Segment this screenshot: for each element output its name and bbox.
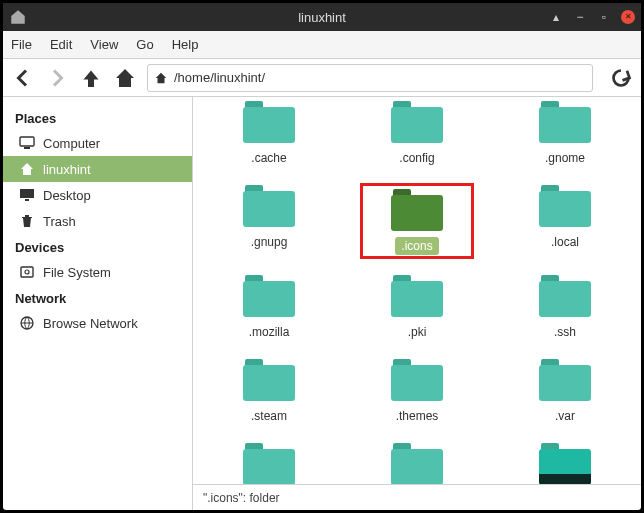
svg-rect-3 bbox=[25, 199, 29, 201]
minimize-button[interactable]: − bbox=[573, 10, 587, 24]
svg-rect-4 bbox=[21, 267, 33, 277]
sidebar-header-network: Network bbox=[3, 285, 192, 310]
desktop-icon bbox=[19, 187, 35, 203]
folder-label: .themes bbox=[390, 407, 445, 425]
trash-icon bbox=[19, 213, 35, 229]
folder-icon bbox=[539, 359, 591, 401]
close-button[interactable] bbox=[621, 10, 635, 24]
sidebar-item-label: File System bbox=[43, 265, 111, 280]
folder-item[interactable]: .gnupg bbox=[214, 185, 324, 257]
home-button[interactable] bbox=[113, 66, 137, 90]
folder-item[interactable]: .var bbox=[510, 359, 620, 425]
path-home-icon bbox=[154, 71, 168, 85]
menu-file[interactable]: File bbox=[11, 37, 32, 52]
folder-icon bbox=[243, 185, 295, 227]
icon-view[interactable]: .cache.config.gnome.gnupg.icons.local.mo… bbox=[193, 97, 641, 484]
sidebar-item-trash[interactable]: Trash bbox=[3, 208, 192, 234]
reload-button[interactable] bbox=[609, 66, 633, 90]
status-bar: ".icons": folder bbox=[193, 484, 641, 510]
folder-item[interactable]: .mozilla bbox=[214, 275, 324, 341]
folder-item[interactable]: .local bbox=[510, 185, 620, 257]
folder-icon bbox=[243, 101, 295, 143]
folder-label: .ssh bbox=[548, 323, 582, 341]
up-button[interactable] bbox=[79, 66, 103, 90]
folder-item[interactable]: .vscode bbox=[214, 443, 324, 484]
folder-item[interactable]: .icons bbox=[362, 185, 472, 257]
folder-icon bbox=[539, 185, 591, 227]
home-icon bbox=[19, 161, 35, 177]
back-button[interactable] bbox=[11, 66, 35, 90]
sidebar: Places ComputerlinuxhintDesktopTrash Dev… bbox=[3, 97, 193, 510]
status-text: ".icons": folder bbox=[203, 491, 280, 505]
folder-item[interactable]: .themes bbox=[362, 359, 472, 425]
folder-icon bbox=[539, 101, 591, 143]
sidebar-item-label: linuxhint bbox=[43, 162, 91, 177]
path-bar[interactable]: /home/linuxhint/ bbox=[147, 64, 593, 92]
sidebar-item-browse-network[interactable]: Browse Network bbox=[3, 310, 192, 336]
folder-label: .steam bbox=[245, 407, 293, 425]
sidebar-header-places: Places bbox=[3, 105, 192, 130]
folder-icon bbox=[243, 275, 295, 317]
folder-label: .config bbox=[393, 149, 440, 167]
folder-item[interactable]: Desktop bbox=[510, 443, 620, 484]
menu-go[interactable]: Go bbox=[136, 37, 153, 52]
folder-label: .gnupg bbox=[245, 233, 294, 251]
file-manager-window: linuxhint ▴ − ▫ File Edit View Go Help /… bbox=[0, 0, 644, 513]
folder-label: .icons bbox=[395, 237, 438, 255]
folder-icon bbox=[243, 359, 295, 401]
svg-rect-0 bbox=[20, 137, 34, 146]
sidebar-header-devices: Devices bbox=[3, 234, 192, 259]
menu-view[interactable]: View bbox=[90, 37, 118, 52]
folder-label: .pki bbox=[402, 323, 433, 341]
globe-icon bbox=[19, 315, 35, 331]
folder-icon bbox=[391, 359, 443, 401]
folder-icon bbox=[391, 443, 443, 484]
titlebar[interactable]: linuxhint ▴ − ▫ bbox=[3, 3, 641, 31]
svg-rect-2 bbox=[20, 189, 34, 198]
menubar: File Edit View Go Help bbox=[3, 31, 641, 59]
folder-label: .cache bbox=[245, 149, 292, 167]
folder-item[interactable]: .gnome bbox=[510, 101, 620, 167]
window-title: linuxhint bbox=[3, 10, 641, 25]
folder-item[interactable]: .steam bbox=[214, 359, 324, 425]
folder-label: .var bbox=[549, 407, 581, 425]
svg-rect-1 bbox=[24, 147, 30, 149]
monitor-icon bbox=[19, 135, 35, 151]
folder-icon bbox=[539, 443, 591, 484]
folder-icon bbox=[391, 189, 443, 231]
folder-label: .mozilla bbox=[243, 323, 296, 341]
folder-icon bbox=[391, 275, 443, 317]
folder-item[interactable]: .wine bbox=[362, 443, 472, 484]
sidebar-item-desktop[interactable]: Desktop bbox=[3, 182, 192, 208]
window-menu-icon[interactable]: ▴ bbox=[549, 10, 563, 24]
folder-icon bbox=[539, 275, 591, 317]
sidebar-item-linuxhint[interactable]: linuxhint bbox=[3, 156, 192, 182]
window-app-icon bbox=[9, 8, 27, 26]
path-text: /home/linuxhint/ bbox=[174, 70, 265, 85]
menu-help[interactable]: Help bbox=[172, 37, 199, 52]
folder-icon bbox=[243, 443, 295, 484]
sidebar-item-label: Computer bbox=[43, 136, 100, 151]
folder-label: .gnome bbox=[539, 149, 591, 167]
disk-icon bbox=[19, 264, 35, 280]
forward-button[interactable] bbox=[45, 66, 69, 90]
svg-point-5 bbox=[25, 270, 29, 274]
sidebar-item-label: Trash bbox=[43, 214, 76, 229]
folder-item[interactable]: .cache bbox=[214, 101, 324, 167]
folder-item[interactable]: .pki bbox=[362, 275, 472, 341]
maximize-button[interactable]: ▫ bbox=[597, 10, 611, 24]
sidebar-item-label: Browse Network bbox=[43, 316, 138, 331]
folder-label: .local bbox=[545, 233, 585, 251]
folder-icon bbox=[391, 101, 443, 143]
sidebar-item-file-system[interactable]: File System bbox=[3, 259, 192, 285]
sidebar-item-computer[interactable]: Computer bbox=[3, 130, 192, 156]
sidebar-item-label: Desktop bbox=[43, 188, 91, 203]
toolbar: /home/linuxhint/ bbox=[3, 59, 641, 97]
menu-edit[interactable]: Edit bbox=[50, 37, 72, 52]
folder-item[interactable]: .config bbox=[362, 101, 472, 167]
folder-item[interactable]: .ssh bbox=[510, 275, 620, 341]
